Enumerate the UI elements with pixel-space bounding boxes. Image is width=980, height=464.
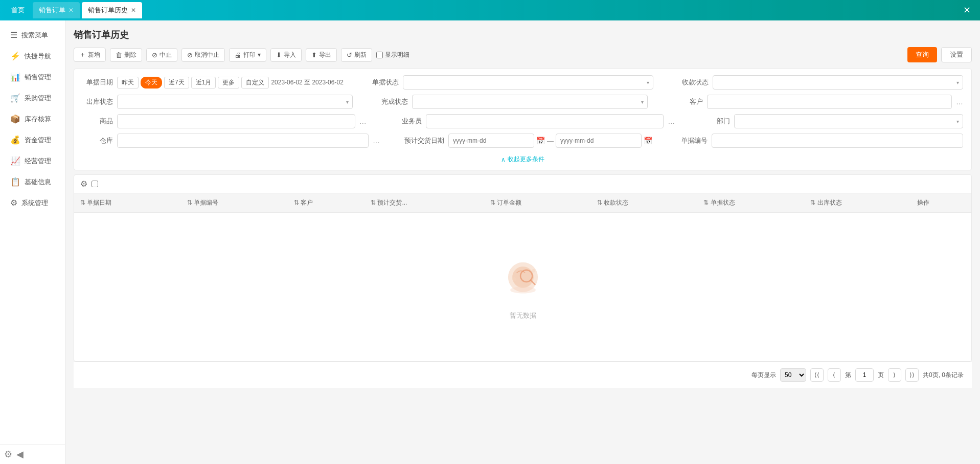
product-input[interactable] [117,114,355,128]
col-customer[interactable]: ⇅ 客户 [288,193,364,213]
col-order-status[interactable]: ⇅ 单据状态 [697,193,804,213]
warehouse-ellipsis[interactable]: … [373,137,380,145]
table-header-toolbar: ⚙ [74,175,971,193]
customer-label: 客户 [672,97,703,106]
import-icon: ⬇ [276,51,282,59]
operations-icon: 📈 [10,156,20,166]
date-btn-yesterday[interactable]: 昨天 [117,77,139,89]
page-size-select[interactable]: 50 10 20 100 [780,368,806,382]
sidebar-item-sales-mgmt-label: 销售管理 [25,73,51,82]
select-all-checkbox[interactable] [92,181,98,187]
finance-icon: 💰 [10,135,20,145]
expected-delivery-label: 预计交货日期 [404,136,444,145]
col-customer-label: ⇅ 客户 [294,199,313,206]
search-menu-icon: ☰ [10,30,17,40]
sidebar-item-finance-label: 资金管理 [25,136,51,145]
new-label: 新增 [88,51,100,59]
date-btn-more[interactable]: 更多 [218,77,239,89]
calendar-from-icon[interactable]: 📅 [536,137,545,145]
sidebar-item-inventory[interactable]: 📦 库存核算 [2,109,63,129]
sales-person-input[interactable] [426,114,664,128]
sidebar-settings-button[interactable]: ⚙ [4,449,12,460]
sidebar-item-search-menu[interactable]: ☰ 搜索菜单 [2,25,63,45]
order-status-select[interactable] [403,75,653,90]
col-outbound-status[interactable]: ⇅ 出库状态 [804,193,911,213]
date-btn-custom[interactable]: 自定义 [241,77,269,89]
first-page-button[interactable]: ⟨⟨ [810,368,824,382]
date-group: 昨天 今天 近7天 近1月 更多 自定义 2023-06-02 至 2023-0… [117,77,344,89]
collapse-label: 收起更多条件 [508,155,544,164]
quick-nav-icon: ⚡ [10,51,20,61]
delete-button[interactable]: 🗑 删除 [110,48,142,62]
import-button[interactable]: ⬇ 导入 [270,48,302,62]
toolbar: ＋ 新增 🗑 删除 ⊘ 中止 ⊘ 取消中止 🖨 打印 ▾ ⬇ 导 [74,47,972,62]
sidebar-item-quick-nav[interactable]: ⚡ 快捷导航 [2,46,63,66]
sidebar-item-system-mgmt-label: 系统管理 [21,198,48,208]
date-separator: — [547,137,554,145]
tab-sales-history-close[interactable]: ✕ [131,7,136,14]
collapse-row[interactable]: ∧ 收起更多条件 [82,153,963,164]
warehouse-input[interactable] [117,134,369,148]
col-operation-label: 操作 [917,199,929,206]
receipt-status-select[interactable] [713,75,963,90]
date-btn-1month[interactable]: 近1月 [191,77,216,89]
col-date-label: ⇅ 单据日期 [80,199,111,206]
page-label: 第 [845,371,851,380]
cancel-stop-button[interactable]: ⊘ 取消中止 [181,48,225,62]
table-body: 暂无数据 [74,213,971,362]
tab-sales-history[interactable]: 销售订单历史 ✕ [82,2,142,18]
tab-sales-order[interactable]: 销售订单 ✕ [33,2,80,18]
filter-row-1: 单据日期 昨天 今天 近7天 近1月 更多 自定义 2023-06-02 至 2… [82,75,963,90]
filter-panel: 单据日期 昨天 今天 近7天 近1月 更多 自定义 2023-06-02 至 2… [74,69,972,170]
sidebar-item-operations[interactable]: 📈 经营管理 [2,151,63,171]
product-ellipsis[interactable]: … [359,117,367,125]
col-delivery[interactable]: ⇅ 预计交货... [364,193,484,213]
svg-point-5 [512,277,516,281]
display-detail-checkbox[interactable] [376,52,383,58]
col-receipt-status[interactable]: ⇅ 收款状态 [591,193,698,213]
delivery-date-from[interactable] [448,134,534,148]
window-close-button[interactable]: ✕ [959,5,975,16]
export-button[interactable]: ⬆ 导出 [306,48,337,62]
delivery-date-wrapper: 📅 — 📅 [448,134,652,148]
last-page-button[interactable]: ⟩⟩ [905,368,919,382]
sidebar-item-system-mgmt[interactable]: ⚙ 系统管理 [2,193,63,213]
sidebar-item-sales-mgmt[interactable]: 📊 销售管理 [2,67,63,87]
next-page-button[interactable]: ⟩ [888,368,901,382]
display-detail-checkbox-label[interactable]: 显示明细 [376,51,409,59]
col-amount[interactable]: ⇅ 订单金额 [484,193,591,213]
sidebar-item-search-menu-label: 搜索菜单 [21,31,48,40]
empty-illustration [497,254,549,305]
svg-point-2 [510,286,536,293]
stop-button[interactable]: ⊘ 中止 [146,48,177,62]
setting-button[interactable]: 设置 [941,47,972,62]
system-mgmt-icon: ⚙ [10,198,17,208]
prev-page-button[interactable]: ⟨ [828,368,841,382]
tab-sales-order-close[interactable]: ✕ [69,7,74,14]
tab-home[interactable]: 首页 [5,2,31,18]
sales-person-ellipsis[interactable]: … [668,117,675,125]
new-button[interactable]: ＋ 新增 [74,48,106,62]
query-button[interactable]: 查询 [907,47,937,62]
department-select[interactable] [734,114,963,128]
refresh-button[interactable]: ↺ 刷新 [341,48,372,62]
customer-ellipsis[interactable]: … [956,98,963,106]
col-no[interactable]: ⇅ 单据编号 [181,193,288,213]
calendar-to-icon[interactable]: 📅 [644,137,652,145]
col-date[interactable]: ⇅ 单据日期 [74,193,181,213]
delivery-date-to[interactable] [556,134,642,148]
completion-status-select[interactable] [412,95,648,109]
order-no-input[interactable] [712,134,963,148]
sidebar-item-purchase-mgmt[interactable]: 🛒 采购管理 [2,88,63,108]
sidebar-item-finance[interactable]: 💰 资金管理 [2,130,63,150]
date-btn-7days[interactable]: 近7天 [164,77,189,89]
page-size-label: 每页显示 [751,371,776,380]
sidebar-collapse-button[interactable]: ◀ [16,449,24,460]
customer-input[interactable] [707,95,952,109]
outbound-status-select[interactable] [117,95,353,109]
date-btn-today[interactable]: 今天 [141,77,162,89]
print-button[interactable]: 🖨 打印 ▾ [229,48,266,62]
table-settings-icon[interactable]: ⚙ [80,179,87,189]
sidebar-item-basic-info[interactable]: 📋 基础信息 [2,172,63,192]
page-input[interactable] [855,368,874,382]
